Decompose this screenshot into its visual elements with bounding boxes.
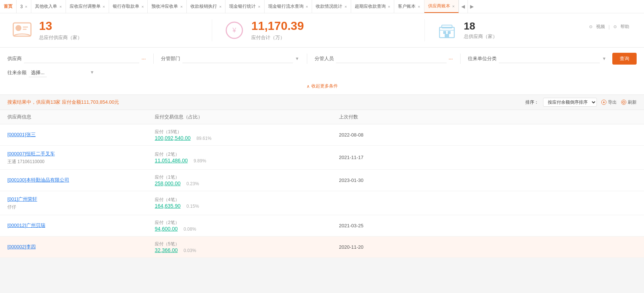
nav-tab-6[interactable]: 收款核销执行 × — [187, 0, 225, 13]
nav-tab-5-close[interactable]: × — [180, 4, 182, 9]
table-header: 供应商信息 应付交易信息（占比） 上次付数 — [0, 110, 644, 124]
trans-amount-link[interactable]: 32,366.00 — [155, 247, 178, 253]
nav-tab-2-close[interactable]: × — [59, 4, 62, 9]
nav-tab-3-close[interactable]: × — [103, 4, 105, 9]
sort-select[interactable]: 按应付余额倒序排序 — [543, 98, 597, 107]
category-label: 往来单位分类 — [468, 55, 497, 62]
nav-tab-5[interactable]: 预收冲应收单 × — [148, 0, 186, 13]
supplier-name-link[interactable]: [000012]广州贝瑞 — [7, 222, 155, 230]
nav-tab-12-label: 供应商账本 — [428, 3, 450, 9]
supplier-name-link[interactable]: [000100]本特勤油品有限公司 — [7, 176, 155, 184]
query-btn-wrapper: 查询 — [612, 53, 637, 65]
result-actions: 排序： 按应付余额倒序排序 导出 刷新 — [525, 98, 637, 107]
cell-lastpay: 2021-03-25 — [339, 223, 637, 228]
refresh-label: 刷新 — [628, 99, 637, 106]
nav-tab-9[interactable]: 收款情况统计 × — [312, 0, 351, 13]
nav-tab-2[interactable]: 其他收入单 × — [31, 0, 66, 13]
nav-left-arrow[interactable]: ◀ — [459, 0, 468, 13]
balance-chevron-icon: ▼ — [90, 70, 94, 75]
svg-rect-8 — [443, 31, 446, 34]
nav-tab-11-close[interactable]: × — [418, 4, 420, 9]
stat-info-3: 18 总供应商（家） — [464, 21, 497, 40]
stat-icon-3 — [436, 19, 458, 41]
table-row: [001]广州荣轩 仔仔 应付（4笔） 164,635.90 0.15% — [0, 191, 644, 215]
stat-info-2: 11,170.39 应付合计（万） — [251, 20, 304, 41]
stat-card-payable-total: ¥ 11,170.39 应付合计（万） — [212, 19, 424, 41]
nav-tab-home[interactable]: 首页 — [0, 0, 17, 13]
nav-tab-6-label: 收款核销执行 — [190, 3, 217, 10]
person-dots-icon[interactable]: ··· — [449, 56, 453, 62]
svg-rect-9 — [448, 31, 451, 34]
category-chevron-icon[interactable]: ▼ — [602, 56, 606, 61]
nav-tab-1[interactable]: 3 × — [17, 0, 31, 13]
supplier-input[interactable] — [24, 54, 139, 63]
category-input[interactable] — [499, 54, 600, 63]
nav-tab-6-close[interactable]: × — [219, 4, 221, 9]
trans-amount-link[interactable]: 100,092,540.00 — [155, 135, 190, 141]
cell-supplier: [001]广州荣轩 仔仔 — [7, 196, 155, 210]
dept-input[interactable] — [182, 54, 293, 63]
refresh-button[interactable]: 刷新 — [621, 99, 637, 106]
filter-category: 往来单位分类 ▼ — [468, 54, 606, 63]
supplier-name-link[interactable]: [000007]恒旺二手叉车 — [7, 150, 155, 158]
supplier-dots-icon[interactable]: ··· — [141, 56, 146, 62]
nav-tab-9-close[interactable]: × — [344, 4, 347, 9]
result-text: 搜索结果中，供应商13家 应付金额111,703,854.00元 — [7, 99, 119, 105]
query-button[interactable]: 查询 — [612, 53, 637, 65]
nav-tab-8-close[interactable]: × — [306, 4, 308, 9]
result-info: 搜索结果中，供应商13家 应付金额111,703,854.00元 — [7, 99, 119, 106]
table-row: [000012]广州贝瑞 应付（2笔） 94,600.00 0.08% 2021… — [0, 215, 644, 237]
balance-select[interactable]: 选择... — [29, 68, 47, 77]
trans-amount-link[interactable]: 94,600.00 — [155, 226, 178, 232]
supplier-name-link[interactable]: [000001]张三 — [7, 131, 155, 139]
stat-label-2: 应付合计（万） — [251, 34, 304, 41]
supplier-contact: 王通 17106110000 — [7, 159, 155, 165]
svg-rect-2 — [23, 27, 28, 28]
dept-chevron-icon[interactable]: ▼ — [295, 56, 300, 61]
nav-tab-2-label: 其他收入单 — [35, 3, 57, 10]
trans-amount-link[interactable]: 164,635.90 — [155, 203, 181, 209]
nav-tab-10-close[interactable]: × — [388, 4, 390, 9]
nav-tab-4-close[interactable]: × — [141, 4, 144, 9]
nav-tab-8[interactable]: 现金银行流水查询 × — [265, 0, 312, 13]
nav-right-arrow[interactable]: ▶ — [468, 0, 476, 13]
supplier-label: 供应商 — [7, 55, 22, 62]
nav-tab-10[interactable]: 超期应收款查询 × — [351, 0, 394, 13]
trans-label: 应付（2笔） — [155, 151, 339, 158]
nav-tab-3[interactable]: 应收应付调整单 × — [66, 0, 109, 13]
supplier-name-link[interactable]: [001]广州荣轩 — [7, 196, 155, 203]
nav-tab-11[interactable]: 客户账本 × — [394, 0, 424, 13]
nav-tab-12[interactable]: 供应商账本 × — [424, 0, 459, 13]
divider-2 — [307, 54, 307, 64]
trans-label: 应付（2笔） — [155, 220, 339, 226]
nav-tab-home-label: 首页 — [4, 3, 13, 10]
trans-amount-link[interactable]: 11,051,486.00 — [155, 158, 188, 163]
cell-supplier: [000100]本特勤油品有限公司 — [7, 176, 155, 184]
video-link[interactable]: 视频 — [596, 24, 605, 30]
help-link[interactable]: 帮助 — [620, 24, 629, 30]
cell-transaction: 应付（5笔） 32,366.00 0.03% — [155, 241, 339, 253]
nav-tab-5-label: 预收冲应收单 — [151, 3, 178, 10]
filter-dept: 分管部门 ▼ — [161, 54, 300, 63]
stat-bar: 13 总应付供应商（家） ¥ 11,170.39 应付合计（万） — [0, 13, 644, 48]
svg-rect-1 — [15, 25, 21, 31]
trans-amount-link[interactable]: 258,000.00 — [155, 180, 181, 186]
trans-pct: 0.08% — [183, 227, 196, 232]
nav-tab-12-close[interactable]: × — [452, 4, 455, 8]
trans-label: 应付（1笔） — [155, 174, 339, 180]
refresh-icon — [621, 100, 626, 105]
person-label: 分管人员 — [315, 55, 334, 62]
stat-info-1: 13 总应付供应商（家） — [39, 20, 82, 41]
person-input[interactable] — [336, 54, 447, 63]
nav-tab-7[interactable]: 现金银行统计 × — [225, 0, 264, 13]
supplier-name-link[interactable]: [000002]李四 — [7, 243, 155, 251]
filter-row-2: 往来余额 选择... ▼ — [7, 68, 637, 77]
nav-tab-4[interactable]: 银行存取款单 × — [109, 0, 148, 13]
stat-number-1: 13 — [39, 20, 82, 32]
nav-tab-7-close[interactable]: × — [258, 4, 260, 9]
table-row: [000100]本特勤油品有限公司 应付（1笔） 258,000.00 0.23… — [0, 170, 644, 191]
nav-tab-1-close[interactable]: × — [25, 4, 27, 9]
export-button[interactable]: 导出 — [601, 99, 617, 106]
trans-row: 94,600.00 0.08% — [155, 226, 339, 232]
collapse-bar[interactable]: ∧ 收起更多条件 — [7, 81, 637, 92]
